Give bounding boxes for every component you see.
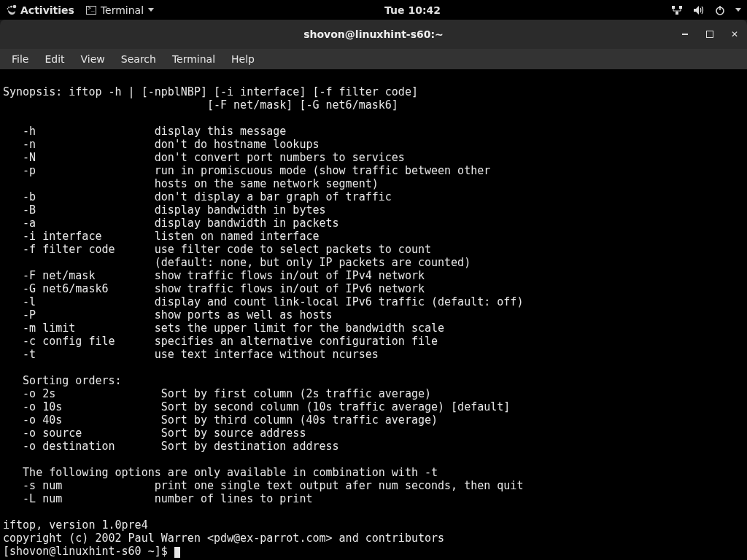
system-status-area[interactable] [671, 5, 741, 15]
chevron-down-icon [735, 8, 741, 12]
terminal-icon [86, 6, 96, 15]
menu-search[interactable]: Search [114, 51, 163, 67]
maximize-button[interactable] [703, 28, 716, 41]
menu-terminal[interactable]: Terminal [165, 51, 222, 67]
close-button[interactable] [728, 28, 741, 41]
terminal-output[interactable]: Synopsis: iftop -h | [-npblNBP] [-i inte… [0, 69, 747, 560]
gnome-logo-icon [6, 4, 18, 16]
cursor [174, 547, 180, 558]
svg-point-2 [8, 6, 9, 7]
window-titlebar[interactable]: shovon@linuxhint-s60:~ [0, 20, 747, 49]
terminal-menubar: File Edit View Search Terminal Help [0, 49, 747, 69]
svg-point-3 [7, 8, 9, 9]
app-menu[interactable]: Terminal [86, 4, 154, 16]
menu-view[interactable]: View [74, 51, 112, 67]
svg-rect-4 [672, 6, 675, 9]
svg-rect-5 [679, 6, 682, 9]
menu-file[interactable]: File [4, 51, 36, 67]
volume-icon [693, 5, 705, 15]
activities-button[interactable]: Activities [20, 4, 74, 16]
clock[interactable]: Tue 10:42 [154, 4, 671, 16]
window-title: shovon@linuxhint-s60:~ [303, 28, 444, 40]
svg-point-0 [13, 4, 17, 8]
app-menu-label: Terminal [101, 4, 144, 16]
svg-point-1 [10, 5, 12, 7]
chevron-down-icon [148, 8, 154, 12]
menu-edit[interactable]: Edit [37, 51, 71, 67]
gnome-topbar: Activities Terminal Tue 10:42 [0, 0, 747, 20]
power-icon [715, 5, 725, 15]
terminal-window: shovon@linuxhint-s60:~ File Edit View Se… [0, 20, 747, 560]
network-icon [671, 5, 683, 15]
shell-prompt: [shovon@linuxhint-s60 ~]$ [3, 545, 174, 558]
menu-help[interactable]: Help [224, 51, 262, 67]
minimize-button[interactable] [678, 28, 692, 41]
